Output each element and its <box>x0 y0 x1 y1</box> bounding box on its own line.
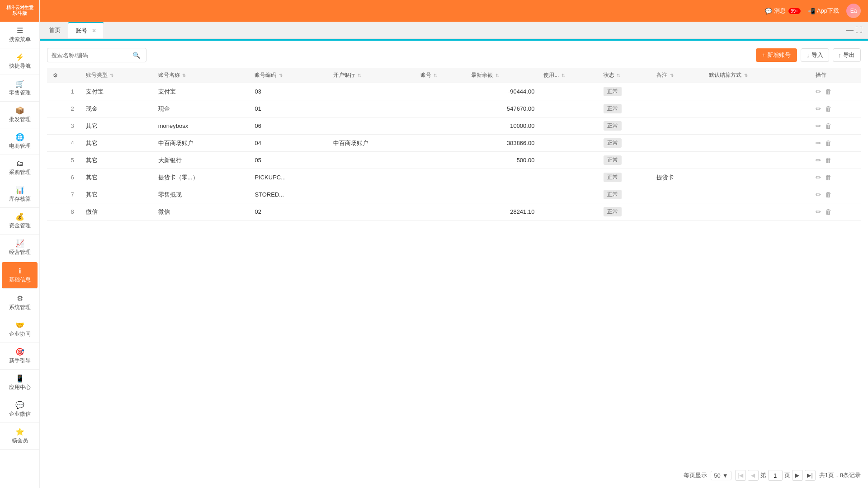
last-page-button[interactable]: ▶| <box>805 470 816 481</box>
search-input[interactable] <box>51 52 132 59</box>
row-code: 06 <box>250 117 329 135</box>
edit-icon[interactable]: ✏ <box>816 156 821 164</box>
logo-line1: 精斗云对生意 <box>6 5 33 10</box>
avatar[interactable]: Ea <box>846 4 861 18</box>
col-account[interactable]: 账号 ⇅ <box>416 68 467 83</box>
delete-icon[interactable]: 🗑 <box>825 139 832 147</box>
next-page-button[interactable]: ▶ <box>792 470 803 481</box>
message-label: 消息 <box>774 7 786 15</box>
table-row: 3 其它 moneybosx 06 10000.00 正常 ✏ 🗑 <box>47 117 861 135</box>
col-code[interactable]: 账号编码 ⇅ <box>250 68 329 83</box>
prev-page-button[interactable]: ◀ <box>748 470 759 481</box>
row-status: 正常 <box>599 152 652 169</box>
col-name[interactable]: 账号名称 ⇅ <box>154 68 250 83</box>
first-page-button[interactable]: |◀ <box>735 470 746 481</box>
delete-icon[interactable]: 🗑 <box>825 191 832 198</box>
tab-account[interactable]: 账号 ✕ <box>68 22 104 38</box>
col-balance-label: 最新余额 <box>471 72 493 78</box>
row-remark <box>652 203 704 221</box>
sidebar-item-inventory[interactable]: 📊 库存核算 <box>0 181 39 208</box>
sidebar-item-purchase-mgmt[interactable]: 🗂 采购管理 <box>0 155 39 181</box>
cart-icon: 🛒 <box>2 80 38 88</box>
delete-icon[interactable]: 🗑 <box>825 88 832 95</box>
col-default-settle[interactable]: 默认结算方式 ⇅ <box>704 68 811 83</box>
row-type: 其它 <box>81 169 154 186</box>
search-icon[interactable]: 🔍 <box>132 52 140 59</box>
col-bank[interactable]: 开户银行 ⇅ <box>329 68 415 83</box>
row-usage <box>539 203 599 221</box>
tab-minimize-icon[interactable]: — <box>846 26 854 34</box>
sidebar-item-search-order[interactable]: ☰ 搜索菜单 <box>0 22 39 48</box>
sidebar-item-ecommerce-mgmt[interactable]: 🌐 电商管理 <box>0 128 39 155</box>
tab-bar: 首页 账号 ✕ — ⛶ <box>40 22 868 39</box>
col-bank-label: 开户银行 <box>333 72 355 78</box>
sidebar-item-member[interactable]: ⭐ 畅会员 <box>0 423 39 450</box>
row-num: 1 <box>63 83 81 100</box>
col-type[interactable]: 账号类型 ⇅ <box>81 68 154 83</box>
sidebar: 精斗云对生意 乐斗版 ☰ 搜索菜单 ⚡ 快捷导航 🛒 零售管理 📦 批发管理 🌐… <box>0 0 40 488</box>
delete-icon[interactable]: 🗑 <box>825 122 832 130</box>
export-button[interactable]: ↑ 导出 <box>833 48 861 62</box>
sidebar-item-enterprise-agreement[interactable]: 🤝 企业协同 <box>0 316 39 343</box>
edit-icon[interactable]: ✏ <box>816 139 821 147</box>
row-num: 8 <box>63 203 81 221</box>
col-type-label: 账号类型 <box>86 72 108 78</box>
row-status: 正常 <box>599 83 652 100</box>
edit-icon[interactable]: ✏ <box>816 122 821 130</box>
col-name-sort-icon: ⇅ <box>182 73 186 78</box>
edit-icon[interactable]: ✏ <box>816 88 821 96</box>
row-usage <box>539 135 599 152</box>
sidebar-item-system-mgmt[interactable]: ⚙ 系统管理 <box>0 290 39 316</box>
edit-icon[interactable]: ✏ <box>816 191 821 199</box>
col-usage[interactable]: 使用... ⇅ <box>539 68 599 83</box>
row-action: ✏ 🗑 <box>811 169 861 186</box>
import-button[interactable]: ↓ 导入 <box>801 48 829 62</box>
col-balance[interactable]: 最新余额 ⇅ <box>467 68 539 83</box>
edit-icon[interactable]: ✏ <box>816 174 821 182</box>
sidebar-item-basic-info[interactable]: ℹ 基础信息 <box>2 262 38 289</box>
sidebar-item-app-center[interactable]: 📱 应用中心 <box>0 370 39 396</box>
tab-home[interactable]: 首页 <box>42 22 68 38</box>
col-remark-label: 备注 <box>656 72 667 78</box>
row-remark <box>652 186 704 203</box>
table-wrap: ⚙ 账号类型 ⇅ 账号名称 ⇅ 账号编码 ⇅ <box>47 68 861 465</box>
sidebar-item-capital-mgmt[interactable]: 💰 资金管理 <box>0 208 39 235</box>
add-account-button[interactable]: + 新增账号 <box>756 48 797 62</box>
delete-icon[interactable]: 🗑 <box>825 208 832 216</box>
delete-icon[interactable]: 🗑 <box>825 174 832 181</box>
row-balance: 500.00 <box>467 152 539 169</box>
message-button[interactable]: 💬 消息 99+ <box>765 7 801 15</box>
col-status[interactable]: 状态 ⇅ <box>599 68 652 83</box>
delete-icon[interactable]: 🗑 <box>825 105 832 113</box>
page-input[interactable] <box>768 470 783 481</box>
sidebar-item-guide[interactable]: 🎯 新手引导 <box>0 343 39 370</box>
logo-line2: 乐斗版 <box>6 10 33 16</box>
edit-icon[interactable]: ✏ <box>816 105 821 113</box>
row-remark <box>652 152 704 169</box>
row-num: 4 <box>63 135 81 152</box>
row-account <box>416 100 467 117</box>
row-status: 正常 <box>599 186 652 203</box>
search-box[interactable]: 🔍 <box>47 48 146 62</box>
edit-icon[interactable]: ✏ <box>816 208 821 216</box>
delete-icon[interactable]: 🗑 <box>825 156 832 164</box>
sidebar-item-enterprise-wechat[interactable]: 💬 企业微信 <box>0 396 39 423</box>
row-balance: -90444.00 <box>467 83 539 100</box>
sidebar-item-retail-mgmt[interactable]: 🛒 零售管理 <box>0 75 39 102</box>
col-settings[interactable]: ⚙ <box>47 68 63 83</box>
col-usage-sort-icon: ⇅ <box>561 73 565 78</box>
app-download-button[interactable]: 📲 App下载 <box>808 7 839 15</box>
row-action: ✏ 🗑 <box>811 186 861 203</box>
row-settings <box>47 100 63 117</box>
row-status: 正常 <box>599 117 652 135</box>
tab-maximize-icon[interactable]: ⛶ <box>855 26 863 34</box>
per-page-select[interactable]: 50 ▼ <box>711 471 731 480</box>
sidebar-item-operations-mgmt[interactable]: 📈 经营管理 <box>0 235 39 261</box>
row-status: 正常 <box>599 100 652 117</box>
sidebar-item-wholesale-mgmt[interactable]: 📦 批发管理 <box>0 102 39 128</box>
page-nav: |◀ ◀ 第 页 ▶ ▶| <box>735 470 816 481</box>
tab-close-icon[interactable]: ✕ <box>92 28 96 34</box>
col-remark[interactable]: 备注 ⇅ <box>652 68 704 83</box>
sidebar-item-quick-nav[interactable]: ⚡ 快捷导航 <box>0 48 39 75</box>
row-code: 04 <box>250 135 329 152</box>
